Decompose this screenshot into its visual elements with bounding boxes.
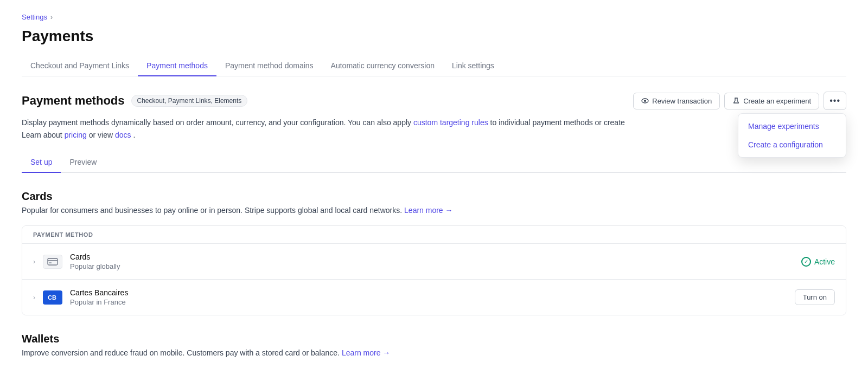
sub-tab-setup[interactable]: Set up [22,152,61,173]
cards-category-desc: Popular for consumers and businesses to … [22,206,846,215]
tab-auto-currency[interactable]: Automatic currency conversion [322,56,443,76]
svg-rect-4 [49,262,52,263]
svg-point-1 [644,100,646,102]
review-transaction-button[interactable]: Review transaction [633,93,720,109]
page-title: Payments [22,28,846,45]
manage-experiments-item[interactable]: Manage experiments [738,117,846,135]
cards-payment-icon [43,255,62,269]
active-status-circle: ✓ [801,257,811,267]
active-status: ✓ Active [801,257,835,267]
section-sub-description: Learn about pricing or view docs . [22,131,846,139]
eye-icon [641,97,649,105]
cards-section: Cards Popular for consumers and business… [22,190,846,315]
chevron-icon: › [33,294,35,301]
table-header: PAYMENT METHOD [22,226,846,244]
section-title-row: Payment methods Checkout, Payment Links,… [22,94,247,108]
create-configuration-item[interactable]: Create a configuration [738,135,846,154]
top-tabs: Checkout and Payment Links Payment metho… [22,56,846,76]
dropdown-menu: Manage experiments Create a configuratio… [738,113,846,158]
tab-checkout[interactable]: Checkout and Payment Links [22,56,138,76]
pricing-link[interactable]: pricing [65,131,87,139]
more-options-button[interactable]: ••• [824,92,846,110]
section-header: Payment methods Checkout, Payment Links,… [22,92,846,110]
tab-payment-methods[interactable]: Payment methods [138,56,216,76]
settings-link[interactable]: Settings [22,13,47,21]
cards-payment-name: Cards [70,253,801,261]
sub-tab-preview[interactable]: Preview [61,152,105,173]
header-actions: Review transaction Create an experiment … [633,92,846,110]
wallets-section: Wallets Improve conversion and reduce fr… [22,333,846,357]
table-row[interactable]: › CB Cartes Bancaires Popular in France … [22,280,846,315]
cards-payment-info: Cards Popular globally [70,253,801,270]
section-description: Display payment methods dynamically base… [22,117,673,128]
cb-payment-name: Cartes Bancaires [70,288,795,297]
svg-text:CB: CB [48,294,56,301]
cards-category-title: Cards [22,190,846,203]
payment-method-table: PAYMENT METHOD › Cards Popular globally [22,225,846,315]
cards-learn-more[interactable]: Learn more → [404,206,452,215]
cb-payment-subtitle: Popular in France [70,298,795,306]
cards-payment-subtitle: Popular globally [70,262,801,270]
wallets-learn-more[interactable]: Learn more → [342,348,390,357]
turn-on-button[interactable]: Turn on [795,289,835,305]
create-experiment-button[interactable]: Create an experiment [724,93,819,109]
ellipsis-icon: ••• [829,96,840,106]
breadcrumb: Settings › [22,13,846,21]
flask-icon [732,97,740,105]
section-title: Payment methods [22,94,125,108]
table-row[interactable]: › Cards Popular globally ✓ Act [22,244,846,280]
checkmark-icon: ✓ [804,258,808,264]
cb-svg-icon: CB [46,293,59,302]
wallets-category-title: Wallets [22,333,846,345]
cb-payment-icon: CB [43,290,62,305]
chevron-icon: › [33,258,35,266]
tab-payment-method-domains[interactable]: Payment method domains [216,56,322,76]
breadcrumb-separator: › [50,14,53,21]
section-badge: Checkout, Payment Links, Elements [131,95,248,107]
custom-targeting-link[interactable]: custom targeting rules [413,118,488,127]
cb-payment-info: Cartes Bancaires Popular in France [70,288,795,306]
svg-rect-2 [48,258,58,265]
tab-link-settings[interactable]: Link settings [443,56,503,76]
docs-link[interactable]: docs [115,131,131,139]
sub-tabs: Set up Preview [22,152,846,173]
card-svg-icon [47,258,58,266]
wallets-category-desc: Improve conversion and reduce fraud on m… [22,348,846,357]
